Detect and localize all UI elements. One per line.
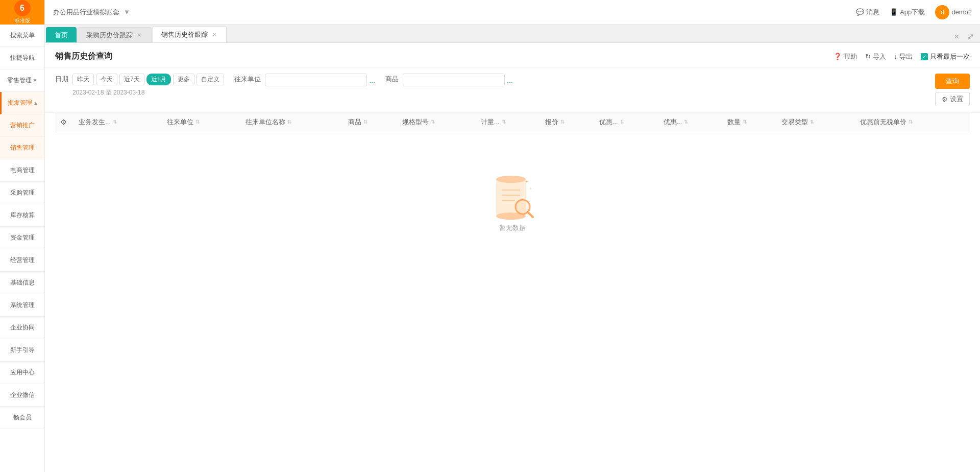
sidebar-item-quick-nav[interactable]: 快捷导航 [0, 47, 44, 69]
date-filter-label: 日期 [55, 74, 68, 84]
maximize-button[interactable]: ⤢ [965, 31, 976, 42]
date-custom-btn[interactable]: 自定义 [197, 74, 224, 85]
app-download-button[interactable]: 📱 App下载 [890, 8, 925, 17]
close-all-tabs-button[interactable]: × [952, 31, 961, 42]
export-button[interactable]: ↓ 导出 [894, 52, 913, 61]
column-discount2[interactable]: 优惠... ⇅ [658, 113, 723, 131]
svg-point-1 [496, 176, 526, 183]
product-input-group: ... [403, 74, 513, 86]
column-product[interactable]: 商品 ⇅ [343, 113, 397, 131]
partner-filter-group: 往来单位 ... [234, 74, 375, 86]
sidebar-item-enterprise-agreement[interactable]: 企业协同 [0, 317, 44, 339]
svg-text:✦: ✦ [525, 179, 529, 184]
empty-text: 暂无数据 [499, 223, 526, 232]
sidebar-item-ecommerce-mgmt[interactable]: 电商管理 [0, 159, 44, 182]
topbar-left: 办公用品行业模拟账套 ▼ [53, 8, 130, 17]
import-button[interactable]: ↻ 导入 [865, 52, 886, 61]
sort-icon: ⇅ [560, 120, 565, 125]
tab-sales-label: 销售历史价跟踪 [161, 30, 208, 39]
partner-input[interactable] [265, 74, 367, 86]
tab-purchase-label: 采购历史价跟踪 [86, 31, 133, 40]
only-last-checkbox[interactable]: ✓ 只看最后一次 [921, 52, 970, 61]
topbar-dropdown-icon[interactable]: ▼ [124, 8, 130, 16]
sidebar-item-marketing[interactable]: 营销推广 [0, 114, 44, 137]
product-input[interactable] [403, 74, 505, 86]
svg-text:✦: ✦ [529, 186, 532, 191]
sidebar-item-wholesale-mgmt[interactable]: 批发管理 ▲ [0, 92, 44, 114]
message-button[interactable]: 💬 消息 [856, 8, 879, 17]
tabbar: 首页 采购历史价跟踪 × 销售历史价跟踪 × × ⤢ [45, 25, 980, 43]
sidebar-item-business-mgmt[interactable]: 经营管理 [0, 249, 44, 272]
date-more-btn[interactable]: 更多 [173, 74, 194, 85]
date-7days-btn[interactable]: 近7天 [119, 74, 144, 85]
sidebar: 6 标准版 搜索菜单 快捷导航 零售管理 ▼ 批发管理 ▲ 营销推广 销售管理 … [0, 0, 45, 472]
filter-actions: 查询 ⚙ 设置 [935, 74, 970, 106]
column-settings[interactable]: ⚙ [55, 113, 74, 131]
date-yesterday-btn[interactable]: 昨天 [72, 74, 94, 85]
sidebar-item-beginner-guide[interactable]: 新手引导 [0, 339, 44, 362]
tab-purchase-close-icon[interactable]: × [136, 32, 143, 39]
help-button[interactable]: ❓ 帮助 [834, 52, 857, 61]
sidebar-item-basic-info[interactable]: 基础信息 [0, 272, 44, 294]
app-logo[interactable]: 6 标准版 [0, 0, 44, 25]
column-settings-icon[interactable]: ⚙ [60, 118, 67, 126]
sort-icon: ⇅ [620, 120, 624, 125]
topbar-right: 💬 消息 📱 App下载 d demo2 [856, 5, 972, 19]
column-partner-code[interactable]: 往来单位 ⇅ [162, 113, 240, 131]
page-header-actions: ❓ 帮助 ↻ 导入 ↓ 导出 ✓ 只看最后一次 [834, 52, 970, 61]
logo-initial: 6 [20, 4, 24, 13]
empty-icon: ✦ ✦ [487, 172, 538, 223]
column-spec[interactable]: 规格型号 ⇅ [397, 113, 476, 131]
user-profile[interactable]: d demo2 [935, 5, 972, 19]
import-icon: ↻ [865, 53, 871, 60]
date-today-btn[interactable]: 今天 [96, 74, 117, 85]
sidebar-item-finance-mgmt[interactable]: 资金管理 [0, 227, 44, 249]
partner-dots-btn[interactable]: ... [369, 76, 375, 84]
sidebar-item-purchase-mgmt[interactable]: 采购管理 [0, 182, 44, 204]
sidebar-item-search-menu[interactable]: 搜索菜单 [0, 25, 44, 47]
tab-home[interactable]: 首页 [46, 27, 77, 42]
filter-area: 日期 昨天 今天 近7天 近1月 更多 自定义 2023-02-18 至 202… [45, 67, 980, 113]
sidebar-item-app-center[interactable]: 应用中心 [0, 362, 44, 384]
product-filter-group: 商品 ... [385, 74, 513, 86]
date-range-display: 2023-02-18 至 2023-03-18 [72, 88, 224, 97]
table-wrapper: ⚙ 业务发生... ⇅ 往来单位 ⇅ [45, 113, 980, 273]
partner-filter-label: 往来单位 [234, 74, 261, 84]
sidebar-item-inventory[interactable]: 库存核算 [0, 204, 44, 227]
sidebar-item-sales-mgmt[interactable]: 销售管理 [0, 137, 44, 159]
sort-icon: ⇅ [810, 120, 814, 125]
settings-button[interactable]: ⚙ 设置 [935, 92, 970, 106]
date-1month-btn[interactable]: 近1月 [146, 74, 172, 85]
message-icon: 💬 [856, 8, 864, 16]
column-quote[interactable]: 报价 ⇅ [540, 113, 594, 131]
tab-sales-history[interactable]: 销售历史价跟踪 × [153, 26, 227, 42]
help-icon: ❓ [834, 53, 842, 60]
page-content: 销售历史价查询 ❓ 帮助 ↻ 导入 ↓ 导出 ✓ 只看最后一次 [45, 43, 980, 472]
data-table: ⚙ 业务发生... ⇅ 往来单位 ⇅ [55, 113, 970, 131]
sidebar-item-system-mgmt[interactable]: 系统管理 [0, 294, 44, 317]
date-filter-group: 日期 昨天 今天 近7天 近1月 更多 自定义 2023-02-18 至 202… [55, 74, 224, 97]
tab-home-label: 首页 [55, 31, 68, 40]
column-discount1[interactable]: 优惠... ⇅ [594, 113, 658, 131]
table-header: ⚙ 业务发生... ⇅ 往来单位 ⇅ [55, 113, 970, 131]
column-biz-date[interactable]: 业务发生... ⇅ [74, 113, 162, 131]
sort-icon: ⇅ [195, 120, 200, 125]
logo-text: 标准版 [15, 17, 30, 25]
sidebar-item-member[interactable]: 畅会员 [0, 407, 44, 429]
column-partner-name[interactable]: 往来单位名称 ⇅ [240, 113, 343, 131]
main-area: 办公用品行业模拟账套 ▼ 💬 消息 📱 App下载 d demo2 首页 [45, 0, 980, 472]
column-pretax-price[interactable]: 优惠前无税单价 ⇅ [855, 113, 970, 131]
tab-sales-close-icon[interactable]: × [211, 31, 218, 38]
product-dots-btn[interactable]: ... [507, 76, 513, 84]
tab-purchase-history[interactable]: 采购历史价跟踪 × [78, 27, 152, 42]
empty-illustration: ✦ ✦ [487, 172, 538, 223]
sidebar-item-enterprise-wechat[interactable]: 企业微信 [0, 384, 44, 407]
query-button[interactable]: 查询 [935, 74, 970, 89]
column-quantity[interactable]: 数量 ⇅ [722, 113, 776, 131]
column-trade-type[interactable]: 交易类型 ⇅ [776, 113, 855, 131]
product-filter-label: 商品 [385, 74, 399, 84]
sort-icon: ⇅ [431, 120, 435, 125]
column-unit[interactable]: 计量... ⇅ [476, 113, 540, 131]
download-icon: 📱 [890, 8, 898, 16]
sidebar-item-retail-mgmt[interactable]: 零售管理 ▼ [0, 69, 44, 92]
